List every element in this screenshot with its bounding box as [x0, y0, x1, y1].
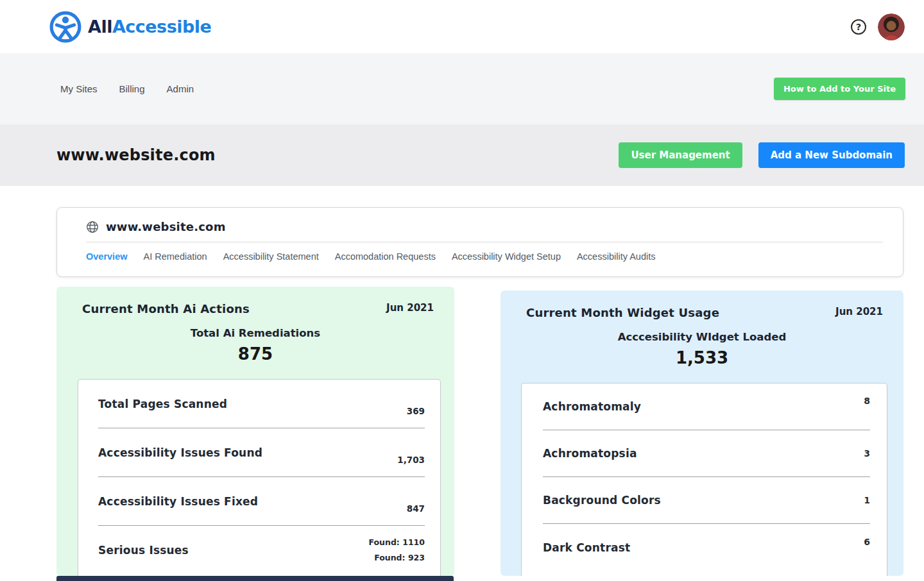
metric-value: 8 — [864, 396, 870, 406]
metric-label: Serious Issues — [98, 544, 189, 557]
nav-item-my-sites[interactable]: My Sites — [60, 83, 98, 94]
user-management-button[interactable]: User Management — [619, 142, 742, 168]
avatar[interactable] — [878, 13, 905, 40]
site-card-tabs: Overview AI Remediation Accessibility St… — [86, 251, 883, 262]
metric-value: 3 — [864, 448, 870, 459]
brand-name: AllAccessible — [88, 17, 211, 37]
widget-usage-summary-value: 1,533 — [501, 348, 903, 367]
site-card-divider — [86, 242, 883, 242]
site-card-title: www.website.com — [106, 220, 226, 233]
tab-accomodation-requests[interactable]: Accomodation Requests — [335, 251, 436, 262]
accessibility-person-icon — [49, 11, 81, 43]
metric-label: Dark Contrast — [543, 541, 630, 554]
brand-name-primary: All — [88, 17, 112, 37]
ai-actions-summary-label: Total Ai Remediations — [56, 327, 454, 339]
app-screen: AllAccessible ? My Sites Billing Admin — [0, 0, 924, 581]
nav-item-billing[interactable]: Billing — [119, 83, 145, 94]
add-subdomain-button[interactable]: Add a New Subdomain — [758, 142, 905, 168]
brand-name-secondary: Accessible — [112, 17, 212, 37]
widget-usage-title: Current Month Widget Usage — [526, 306, 719, 319]
left-panel-footer-bar — [56, 576, 454, 581]
ai-actions-metrics-card: Total Pages Scanned 369 Accessibility Is… — [78, 379, 441, 576]
tab-overview[interactable]: Overview — [86, 251, 128, 262]
metric-row-issues-found: Accessibility Issues Found 1,703 — [98, 428, 425, 477]
widget-usage-panel: Current Month Widget Usage Jun 2021 Accc… — [501, 290, 903, 576]
widget-usage-metrics-card: Achromatomaly 8 Achromatopsia 3 Backgrou… — [521, 383, 887, 576]
help-glyph: ? — [856, 22, 861, 32]
ai-actions-panel-header: Current Month Ai Actions Jun 2021 — [56, 287, 454, 316]
metric-value-found: Found: 1110 — [368, 535, 425, 550]
ai-actions-title: Current Month Ai Actions — [82, 302, 250, 316]
nav-item-admin[interactable]: Admin — [167, 83, 194, 94]
metric-value: 847 — [407, 503, 425, 514]
metric-label: Accessibility Issues Found — [98, 446, 262, 459]
page-header-actions: User Management Add a New Subdomain — [619, 142, 905, 168]
page-title: www.website.com — [56, 146, 216, 164]
widget-usage-period: Jun 2021 — [835, 306, 883, 317]
metric-row-dark-contrast: Dark Contrast 6 — [543, 524, 870, 571]
metric-row-serious-issues: Serious Issues Found: 1110 Found: 923 — [98, 526, 425, 575]
metric-row-background-colors: Background Colors 1 — [543, 477, 870, 524]
help-icon[interactable]: ? — [851, 19, 866, 35]
metric-value: 1,703 — [397, 455, 425, 465]
header-actions: ? — [851, 13, 905, 40]
metric-value-stack: Found: 1110 Found: 923 — [368, 535, 425, 566]
site-card-header: www.website.com — [86, 220, 883, 233]
metric-row-achromatopsia: Achromatopsia 3 — [543, 430, 870, 477]
tab-ai-remediation[interactable]: AI Remediation — [144, 251, 207, 262]
widget-usage-summary-label: Acccesibility WIdget Loaded — [501, 331, 903, 343]
metric-label: Achromatomaly — [543, 400, 641, 413]
brand-logo[interactable]: AllAccessible — [49, 11, 211, 43]
metric-label: Total Pages Scanned — [98, 398, 227, 410]
page-header: www.website.com User Management Add a Ne… — [0, 124, 924, 186]
ai-actions-period: Jun 2021 — [386, 302, 434, 314]
site-card: www.website.com Overview AI Remediation … — [56, 207, 903, 277]
tab-accessibility-audits[interactable]: Accessibility Audits — [577, 251, 656, 262]
metric-row-issues-fixed: Accessibility Issues Fixed 847 — [98, 477, 425, 526]
nav-links: My Sites Billing Admin — [60, 83, 194, 94]
widget-usage-panel-header: Current Month Widget Usage Jun 2021 — [501, 290, 903, 319]
metric-value: 369 — [407, 406, 425, 416]
metric-label: Accessibility Issues Fixed — [98, 495, 258, 508]
metric-row-achromatomaly: Achromatomaly 8 — [543, 383, 870, 430]
how-to-add-button[interactable]: How to Add to Your Site — [774, 78, 905, 100]
tab-accessibility-statement[interactable]: Accessibility Statement — [223, 251, 319, 262]
metric-label: Achromatopsia — [543, 447, 637, 460]
metric-row-pages-scanned: Total Pages Scanned 369 — [98, 380, 425, 428]
globe-icon — [86, 221, 99, 233]
tab-accessibility-widget-setup[interactable]: Accessibility Widget Setup — [452, 251, 561, 262]
metric-label: Background Colors — [543, 494, 661, 507]
metric-value: 1 — [864, 495, 870, 505]
ai-actions-panel: Current Month Ai Actions Jun 2021 Total … — [56, 287, 454, 576]
ai-actions-summary-value: 875 — [56, 344, 454, 364]
main-navbar: My Sites Billing Admin How to Add to You… — [0, 53, 924, 124]
top-header: AllAccessible ? — [0, 0, 924, 53]
metric-value: 6 — [864, 537, 870, 547]
metric-value-found-2: Found: 923 — [368, 550, 425, 566]
